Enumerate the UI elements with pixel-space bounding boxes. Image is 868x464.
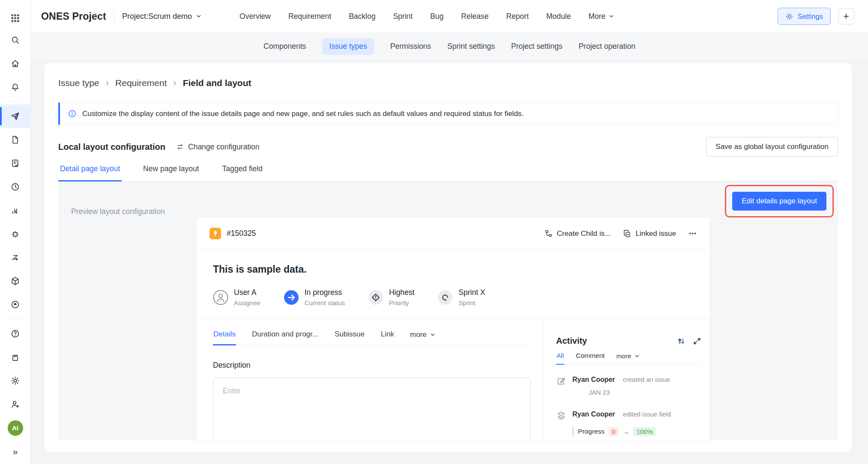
subnav-components[interactable]: Components [263,42,306,51]
chevron-down-icon [430,332,436,338]
tab-subissue[interactable]: Subissue [334,330,365,345]
sidebar-item-tasks[interactable] [0,152,31,175]
sidebar-item-record[interactable] [0,293,31,316]
nav-more[interactable]: More [588,12,614,21]
nav-requirement[interactable]: Requirement [288,12,331,21]
status-value: In progress [305,288,345,297]
nav-module[interactable]: Module [546,12,571,21]
project-selector-label: Project:Scrum demo [122,12,192,21]
nav-report[interactable]: Report [506,12,529,21]
assignee-value: User A [234,288,260,297]
changed-field-name: Progress [578,428,605,435]
subnav-project-settings[interactable]: Project settings [511,42,563,51]
priority-label: Priority [389,299,414,306]
field-priority[interactable]: Highest Priority [368,288,414,306]
priority-icon [368,290,383,305]
save-global-layout-button[interactable]: Save as global layout configuration [706,137,838,157]
sidebar-item-settings[interactable] [0,369,31,393]
left-sidebar: AI » [0,0,31,464]
sidebar-item-bugs[interactable] [0,222,31,246]
subnav-issue-types[interactable]: Issue types [322,38,374,55]
user-avatar[interactable]: AI [0,416,31,440]
tab-detail-page-layout[interactable]: Detail page layout [58,164,122,181]
apps-grid-icon [10,13,20,23]
sidebar-item-components[interactable] [0,269,31,293]
expand-icon[interactable] [693,337,701,345]
activity-user[interactable]: Ryan Cooper [572,410,615,418]
apps-grid-button[interactable] [0,8,31,28]
sidebar-item-time[interactable] [0,175,31,199]
tab-tagged-field[interactable]: Tagged field [220,164,264,181]
clock-icon [10,182,20,192]
top-bar: ONES Project Project:Scrum demo Overview… [31,0,868,33]
subnav-project-operation[interactable]: Project operation [579,42,635,51]
sidebar-item-help[interactable] [0,322,31,345]
settings-button-label: Settings [797,12,823,21]
sidebar-item-project[interactable] [0,104,31,128]
preview-label: Preview layout configuration [71,207,165,216]
nav-bug[interactable]: Bug [430,12,443,21]
change-configuration-link[interactable]: Change configuration [188,143,259,152]
breadcrumb-separator: › [173,78,176,88]
edit-details-page-layout-button[interactable]: Edit details page layout [732,192,826,211]
add-button[interactable]: + [838,8,854,24]
app-title[interactable]: ONES Project [41,11,106,22]
layout-tabs: Detail page layout New page layout Tagge… [58,164,838,181]
linked-issue-button[interactable]: Linked issue [623,229,676,238]
field-sprint[interactable]: Sprint X Sprint [437,288,485,306]
search-icon [10,35,20,45]
issue-preview-card: #150325 Create Child is... Linked issue … [197,217,710,440]
sidebar-item-store[interactable] [0,345,31,369]
create-child-issue-button[interactable]: Create Child is... [544,229,611,238]
sort-order-icon[interactable] [676,336,686,346]
sidebar-item-pages[interactable] [0,128,31,152]
activity-tab-comment[interactable]: Comment [575,352,605,365]
subnav-permissions[interactable]: Permissions [390,42,431,51]
issue-detail-tabs: Details Duration and progr... Subissue L… [213,330,531,345]
sidebar-item-search[interactable] [0,28,31,52]
nav-release[interactable]: Release [461,12,488,21]
sidebar-divider [10,319,21,319]
nav-more-label: More [588,12,605,21]
sidebar-item-notifications[interactable] [0,75,31,99]
sidebar-item-sprint[interactable] [0,246,31,269]
project-selector[interactable]: Project:Scrum demo [122,12,202,21]
chevron-down-icon [196,13,202,19]
sidebar-item-invite[interactable] [0,393,31,416]
field-status[interactable]: In progress Current status [284,288,345,306]
main-content-card: Issue type › Requirement › Field and lay… [45,63,852,452]
activity-tab-all[interactable]: All [556,352,564,365]
breadcrumb-issue-type[interactable]: Issue type [58,78,99,88]
nav-overview[interactable]: Overview [239,12,271,21]
tab-link[interactable]: Link [380,330,395,345]
home-icon [10,59,20,68]
task-check-icon [10,158,20,168]
sidebar-item-home[interactable] [0,52,31,75]
topbar-actions: Settings + [778,8,854,25]
activity-field-change: Progress 0 → 100% [572,427,701,436]
detail-tabs-more[interactable]: more [410,330,436,345]
sidebar-item-reports[interactable] [0,199,31,222]
breadcrumb-requirement[interactable]: Requirement [115,78,167,88]
settings-button[interactable]: Settings [778,8,831,25]
field-assignee[interactable]: User A Assignee [213,288,260,306]
tab-new-page-layout[interactable]: New page layout [141,164,201,181]
change-arrow-icon: → [623,428,629,435]
tab-details[interactable]: Details [213,330,236,345]
activity-more-label: more [616,352,631,360]
activity-tabs-more[interactable]: more [616,352,640,364]
nav-sprint[interactable]: Sprint [393,12,413,21]
activity-date: JAN 23 [589,389,670,396]
tab-duration-progress[interactable]: Duration and progr... [251,330,319,345]
bug-icon [10,229,20,239]
nav-backlog[interactable]: Backlog [349,12,375,21]
issue-title: This is sample data. [213,264,694,275]
topbar-divider [114,11,114,22]
sidebar-collapse-button[interactable]: » [0,440,31,463]
description-input[interactable] [213,378,531,440]
chevron-down-icon [608,13,614,19]
activity-user[interactable]: Ryan Cooper [572,376,615,383]
subnav-sprint-settings[interactable]: Sprint settings [447,42,495,51]
more-ellipsis-icon[interactable] [688,229,697,238]
issue-detail-left: Details Duration and progr... Subissue L… [197,319,544,440]
